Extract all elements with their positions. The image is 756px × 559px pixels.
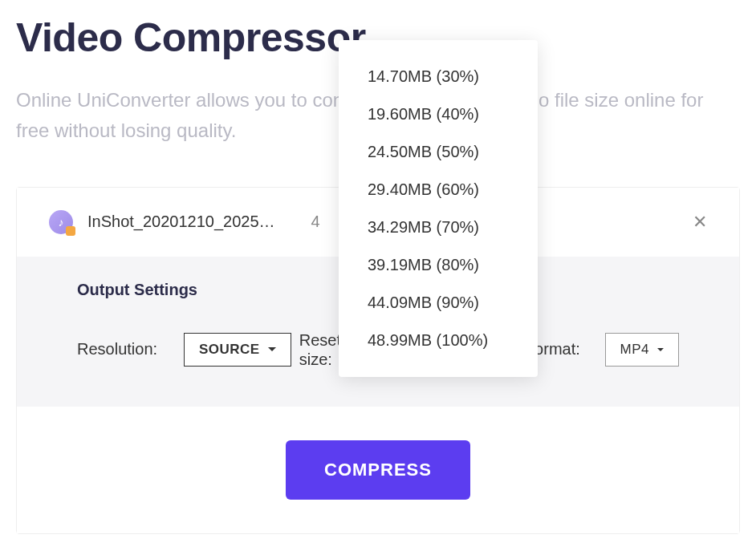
size-option[interactable]: 44.09MB (90%)	[339, 284, 538, 322]
reset-size-label: Reset size:	[299, 330, 341, 369]
size-option[interactable]: 39.19MB (80%)	[339, 246, 538, 284]
video-file-icon	[49, 210, 73, 234]
format-select[interactable]: MP4	[605, 333, 679, 367]
size-option[interactable]: 24.50MB (50%)	[339, 133, 538, 171]
resolution-value: SOURCE	[199, 342, 260, 358]
size-option[interactable]: 34.29MB (70%)	[339, 209, 538, 246]
compress-button[interactable]: COMPRESS	[286, 440, 470, 500]
resolution-select[interactable]: SOURCE	[184, 333, 291, 367]
size-option[interactable]: 14.70MB (30%)	[339, 58, 538, 95]
file-size: 4	[311, 213, 320, 231]
size-dropdown-menu: 14.70MB (30%) 19.60MB (40%) 24.50MB (50%…	[339, 40, 538, 377]
size-option[interactable]: 48.99MB (100%)	[339, 322, 538, 359]
chevron-down-icon	[657, 348, 664, 351]
file-name: InShot_20201210_2025…	[87, 213, 275, 231]
resolution-label: Resolution:	[77, 340, 157, 358]
size-option[interactable]: 29.40MB (60%)	[339, 171, 538, 209]
size-option[interactable]: 19.60MB (40%)	[339, 95, 538, 133]
remove-file-button[interactable]: ✕	[693, 212, 707, 233]
compress-section: COMPRESS	[17, 407, 739, 533]
chevron-down-icon	[268, 347, 276, 351]
format-value: MP4	[620, 342, 649, 358]
